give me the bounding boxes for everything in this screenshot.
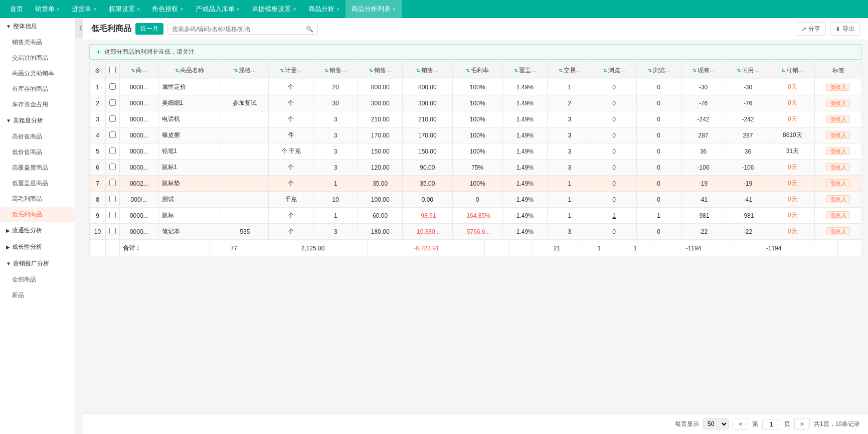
search-input[interactable]	[172, 26, 306, 33]
nav-purchase[interactable]: 进货单 ×	[66, 0, 102, 18]
col-sales-amount[interactable]: ⇅销售...	[403, 62, 452, 79]
col-spec[interactable]: ⇅规格...	[221, 62, 269, 79]
row-name[interactable]: 鼠标垫	[158, 176, 221, 192]
next-page-btn[interactable]: ＞	[794, 418, 810, 430]
col-deal[interactable]: ⇅交易...	[547, 62, 592, 79]
nav-roles[interactable]: 角色授权 ×	[146, 0, 189, 18]
row-checkbox[interactable]	[106, 79, 120, 95]
row-checkbox[interactable]	[106, 208, 120, 224]
row-name[interactable]: 笔记本	[158, 224, 221, 240]
nav-sales-close[interactable]: ×	[57, 6, 60, 12]
row-checkbox[interactable]	[106, 192, 120, 208]
sidebar-group-flow[interactable]: ▶ 流通性分析	[0, 222, 75, 239]
sidebar-item-low-margin[interactable]: 低毛利商品	[0, 207, 75, 222]
sidebar-item-new-goods[interactable]: 新品	[0, 287, 75, 303]
sidebar-item-instock-goods[interactable]: 有库存的商品	[0, 81, 75, 97]
row-checkbox[interactable]	[106, 224, 120, 240]
nav-permissions-close[interactable]: ×	[137, 6, 140, 12]
row-name[interactable]: 鼠标	[158, 208, 221, 224]
share-btn[interactable]: ↗ 分享	[796, 22, 826, 36]
page-number-input[interactable]	[762, 419, 780, 429]
row-gross-margin: -5766.6...	[452, 224, 502, 240]
row-name[interactable]: 吴细细1	[158, 95, 221, 111]
row-name[interactable]: 测试	[158, 192, 221, 208]
col-current[interactable]: ⇅现有...	[681, 62, 726, 79]
row-checkbox[interactable]	[106, 176, 120, 192]
row-current: -106	[681, 160, 726, 176]
row-checkbox[interactable]	[106, 111, 120, 127]
sidebar-group-quality[interactable]: ▼ 美粗度分析	[0, 112, 75, 129]
sidebar-group-overall[interactable]: ▼ 整体信息	[0, 18, 75, 35]
col-coverage[interactable]: ⇅覆盖...	[502, 62, 547, 79]
sidebar-item-low-coverage[interactable]: 低覆盖度商品	[0, 176, 75, 191]
nav-template-close[interactable]: ×	[293, 6, 296, 12]
col-salable[interactable]: ⇅可销...	[770, 62, 815, 79]
col-tag[interactable]: 标签	[815, 62, 862, 79]
nav-goods-analysis[interactable]: 商品分析 ×	[302, 0, 345, 18]
col-unit[interactable]: ⇅计量...	[269, 62, 313, 79]
nav-goods-analysis-close[interactable]: ×	[336, 6, 339, 12]
sidebar-item-all-goods[interactable]: 全部商品	[0, 272, 75, 287]
sidebar-item-low-value[interactable]: 低价值商品	[0, 144, 75, 160]
export-btn[interactable]: ⬇ 导出	[830, 22, 860, 36]
col-sales-qty[interactable]: ⇅销售...	[313, 62, 358, 79]
sidebar-item-high-margin[interactable]: 高毛利商品	[0, 191, 75, 207]
col-browse1[interactable]: ⇅浏览...	[592, 62, 636, 79]
row-select-checkbox[interactable]	[109, 131, 116, 138]
sidebar-item-stock-funds[interactable]: 库存资金占用	[0, 97, 75, 112]
row-checkbox[interactable]	[106, 95, 120, 111]
per-page-select[interactable]: 50 20 100	[703, 418, 729, 429]
nav-goods-list[interactable]: 商品分析列表 ×	[345, 0, 402, 18]
sidebar-item-traded-goods[interactable]: 交易过的商品	[0, 50, 75, 66]
nav-purchase-close[interactable]: ×	[93, 6, 96, 12]
row-select-checkbox[interactable]	[109, 115, 116, 122]
row-select-checkbox[interactable]	[109, 164, 116, 170]
row-sales-price: 210.00	[358, 111, 403, 127]
col-code[interactable]: ⇅商...	[120, 62, 159, 79]
sidebar-item-high-value[interactable]: 高价值商品	[0, 129, 75, 144]
sidebar-group-marketing[interactable]: ▼ 营销推广分析	[0, 255, 75, 272]
filter-recent-month-btn[interactable]: 近一月	[135, 23, 163, 35]
row-select-checkbox[interactable]	[109, 196, 116, 202]
row-browse1: 0	[592, 127, 636, 143]
sidebar-item-sales-goods[interactable]: 销售类商品	[0, 35, 75, 50]
row-available: -22	[726, 224, 770, 240]
row-name[interactable]: 铅笔1	[158, 143, 221, 160]
row-select-checkbox[interactable]	[109, 228, 116, 234]
prev-page-btn[interactable]: ＜	[733, 418, 748, 430]
nav-roles-close[interactable]: ×	[180, 6, 183, 12]
search-icon[interactable]: 🔍	[306, 26, 313, 33]
nav-goods-list-close[interactable]: ×	[393, 6, 396, 12]
col-sales-price[interactable]: ⇅销售...	[358, 62, 403, 79]
sidebar-group-growth[interactable]: ▶ 成长性分析	[0, 239, 75, 255]
col-available[interactable]: ⇅可用...	[726, 62, 770, 79]
row-name[interactable]: 属性定价	[158, 79, 221, 95]
row-name[interactable]: 鼠标1	[158, 160, 221, 176]
nav-home[interactable]: 首页	[4, 0, 29, 18]
row-checkbox[interactable]	[106, 160, 120, 176]
row-select-checkbox[interactable]	[109, 180, 116, 186]
row-name[interactable]: 橡皮擦	[158, 127, 221, 143]
select-all-checkbox[interactable]	[109, 67, 116, 73]
nav-permissions[interactable]: 权限设置 ×	[103, 0, 146, 18]
sidebar-collapse-btn[interactable]: 《	[75, 18, 83, 38]
row-checkbox[interactable]	[106, 143, 120, 160]
nav-template[interactable]: 单据模板设置 ×	[246, 0, 302, 18]
sidebar-item-category-rate[interactable]: 商品分类助销率	[0, 66, 75, 81]
row-select-checkbox[interactable]	[109, 148, 116, 154]
col-name[interactable]: ⇅商品名称	[158, 62, 221, 79]
nav-sales[interactable]: 销货单 ×	[29, 0, 66, 18]
nav-product-close[interactable]: ×	[237, 6, 240, 12]
row-select-checkbox[interactable]	[109, 99, 116, 106]
row-browse1[interactable]: 1	[592, 208, 636, 224]
row-select-checkbox[interactable]	[109, 83, 116, 90]
row-select-checkbox[interactable]	[109, 212, 116, 218]
col-browse2[interactable]: ⇅浏览...	[636, 62, 681, 79]
row-checkbox[interactable]	[106, 127, 120, 143]
sidebar-item-high-coverage[interactable]: 高覆盖度商品	[0, 160, 75, 176]
col-settings[interactable]: ⚙	[90, 62, 106, 79]
col-gross-margin[interactable]: ⇅毛利率	[452, 62, 502, 79]
nav-product-in[interactable]: 产成品入库单 ×	[190, 0, 246, 18]
col-checkbox[interactable]	[106, 62, 120, 79]
row-name[interactable]: 电话机	[158, 111, 221, 127]
